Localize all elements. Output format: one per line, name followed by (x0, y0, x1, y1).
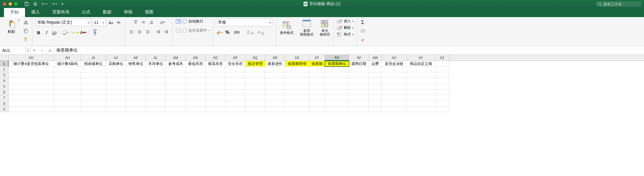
cell[interactable] (225, 72, 245, 78)
accounting-format-button[interactable]: ▾ (216, 29, 223, 36)
column-header[interactable]: AX (382, 55, 407, 61)
column-header[interactable]: AV (349, 55, 369, 61)
cell[interactable] (205, 89, 225, 95)
cell[interactable] (325, 84, 349, 89)
cell[interactable] (166, 78, 186, 84)
cell[interactable] (126, 107, 146, 112)
cell[interactable] (435, 67, 449, 72)
cell[interactable] (369, 107, 382, 112)
cell-styles-button[interactable]: 单元 格样式 (319, 19, 331, 37)
increase-decimal-button[interactable]: .0.00 (246, 29, 255, 36)
cell[interactable] (205, 107, 225, 112)
cell[interactable] (9, 72, 54, 78)
column-header[interactable]: AQ (245, 55, 265, 61)
cell[interactable] (435, 107, 449, 112)
cell[interactable] (325, 78, 349, 84)
cell[interactable] (382, 107, 407, 112)
cell[interactable]: 最新进价 (265, 61, 285, 67)
cell[interactable] (106, 107, 126, 112)
cell[interactable] (54, 67, 81, 72)
undo-button[interactable]: ▾ (41, 2, 47, 6)
maximize-window-button[interactable] (14, 2, 18, 6)
cell[interactable] (245, 84, 265, 89)
font-size-combo[interactable]: 11▾ (92, 19, 106, 26)
cell[interactable] (245, 67, 265, 72)
cell[interactable] (382, 67, 407, 72)
border-button[interactable]: ▾ (62, 29, 68, 36)
cell[interactable] (166, 72, 186, 78)
tab-5[interactable]: 审阅 (118, 8, 139, 17)
cell[interactable]: 批次管理 (245, 61, 265, 67)
cell[interactable] (265, 107, 285, 112)
cell[interactable] (245, 95, 265, 101)
cell[interactable]: 销售单位 (126, 61, 146, 67)
save-icon[interactable] (24, 2, 29, 6)
cell[interactable] (186, 78, 205, 84)
cell[interactable] (265, 84, 285, 89)
column-header[interactable]: AU (325, 55, 349, 61)
number-format-combo[interactable]: 常规▾ (216, 19, 273, 26)
cell[interactable] (349, 67, 369, 72)
cell[interactable]: 辅计量4是否包装单位 (9, 61, 54, 67)
cell[interactable] (325, 95, 349, 101)
cell[interactable] (126, 72, 146, 78)
search-box[interactable] (596, 1, 641, 7)
cell[interactable] (369, 95, 382, 101)
cell[interactable] (369, 89, 382, 95)
column-header[interactable]: AS (285, 55, 309, 61)
enter-formula-button[interactable]: ✓ (38, 46, 46, 54)
merge-center-button[interactable]: 合并后居中 ▾ (176, 28, 210, 33)
cell[interactable] (106, 72, 126, 78)
font-color-button[interactable]: A▾ (80, 29, 87, 36)
column-header[interactable]: AH (54, 55, 81, 61)
cell[interactable] (81, 107, 106, 112)
name-box-dropdown[interactable]: ▲▼ (26, 46, 30, 54)
phonetic-button[interactable]: abcA▾ (91, 29, 99, 36)
cell[interactable] (225, 95, 245, 101)
align-top-button[interactable] (132, 19, 139, 26)
cell[interactable] (126, 84, 146, 89)
row-header[interactable]: 1 (0, 61, 9, 67)
cell[interactable]: 辅计量4条码 (54, 61, 81, 67)
cell[interactable] (205, 67, 225, 72)
cell[interactable] (186, 95, 205, 101)
cell[interactable] (265, 101, 285, 107)
cell[interactable] (166, 89, 186, 95)
cell[interactable] (9, 101, 54, 107)
cell[interactable] (225, 84, 245, 89)
print-icon[interactable] (33, 2, 38, 6)
column-header[interactable]: AR (265, 55, 285, 61)
row-header[interactable]: 5 (0, 84, 9, 89)
cell[interactable] (225, 78, 245, 84)
cell[interactable] (382, 95, 407, 101)
cell[interactable] (9, 67, 54, 72)
cell[interactable] (166, 95, 186, 101)
cell[interactable] (325, 101, 349, 107)
cell[interactable] (369, 101, 382, 107)
cell[interactable] (325, 107, 349, 112)
tab-2[interactable]: 页面布局 (46, 8, 76, 17)
cell[interactable] (435, 84, 449, 89)
clear-button[interactable]: · (360, 36, 367, 43)
row-header[interactable]: 9 (0, 107, 9, 112)
cell[interactable] (349, 89, 369, 95)
cell[interactable] (106, 78, 126, 84)
cell[interactable] (166, 101, 186, 107)
column-header[interactable]: AM (166, 55, 186, 61)
cell[interactable] (435, 101, 449, 107)
cell[interactable] (186, 101, 205, 107)
column-header[interactable]: AJ (106, 55, 126, 61)
increase-font-button[interactable]: A▴ (107, 19, 114, 26)
select-all-corner[interactable] (0, 55, 9, 61)
cell[interactable] (407, 101, 435, 107)
cell[interactable] (81, 78, 106, 84)
cell[interactable] (54, 78, 81, 84)
cell[interactable]: 安全库存 (225, 61, 245, 67)
cell[interactable] (126, 67, 146, 72)
cell[interactable] (126, 95, 146, 101)
underline-button[interactable]: U▾ (51, 29, 58, 36)
cell[interactable] (245, 89, 265, 95)
fill-color-button[interactable]: ▾ (72, 29, 79, 36)
cell[interactable] (325, 89, 349, 95)
paste-button[interactable]: 粘贴 (6, 19, 17, 35)
